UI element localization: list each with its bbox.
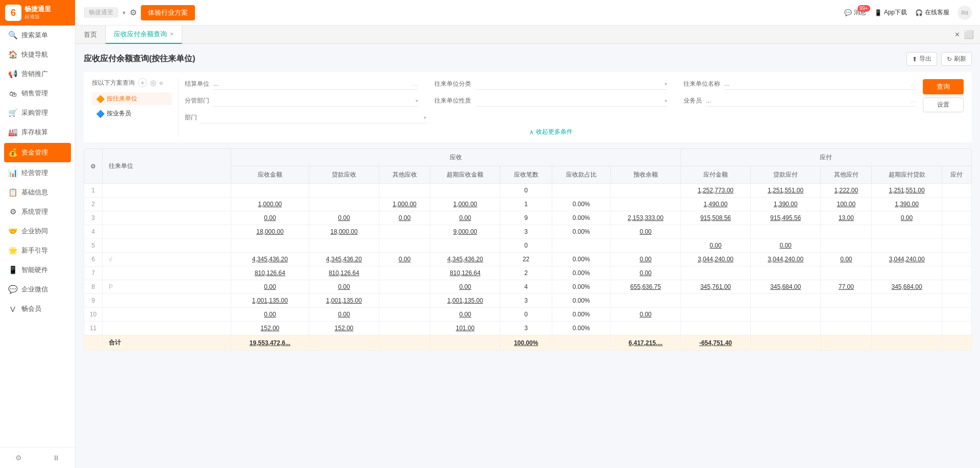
row-ap-overdue[interactable]: 1,251,551.00 [872, 184, 942, 198]
row-ap-other[interactable] [821, 294, 872, 308]
sidebar-collapse-btn[interactable]: ⏸ [48, 452, 64, 464]
row-ap-other[interactable] [821, 266, 872, 280]
row-ap-amount[interactable] [680, 225, 750, 239]
row-ap-amount[interactable]: 1,490.00 [680, 198, 750, 211]
row-ar-other[interactable] [379, 184, 430, 198]
row-ap-amount[interactable]: 915,508.56 [680, 211, 750, 225]
sidebar-item-sales[interactable]: 🛍 销售管理 [0, 84, 75, 103]
row-ar-overdue[interactable]: 4,345,436.20 [430, 253, 500, 266]
row-ap-other[interactable]: 100.00 [821, 198, 872, 211]
sidebar-item-search[interactable]: 🔍 搜索菜单 [0, 26, 75, 45]
trial-btn[interactable]: 体验行业方案 [141, 5, 195, 20]
field-fenguan-input[interactable] [213, 97, 415, 104]
sidebar-item-marketing[interactable]: 📢 营销推广 [0, 64, 75, 84]
row-ap-overdue[interactable] [872, 308, 942, 322]
row-ar-amount[interactable]: 810,126.64 [231, 266, 309, 280]
row-ap-amount[interactable]: 1,252,773.00 [680, 184, 750, 198]
row-ap-other[interactable]: 13.00 [821, 211, 872, 225]
scheme-by-partner[interactable]: 🔶 按往来单位 [92, 92, 172, 105]
sidebar-item-inventory[interactable]: 🏭 库存核算 [0, 122, 75, 142]
refresh-btn[interactable]: ↻ 刷新 [941, 52, 972, 66]
row-ar-loan[interactable]: 18,000.00 [309, 225, 379, 239]
row-ar-loan[interactable]: 0.00 [309, 280, 379, 294]
row-ar-other[interactable] [379, 294, 430, 308]
row-ap-other[interactable]: 1,222.00 [821, 184, 872, 198]
tab-home[interactable]: 首页 [76, 26, 106, 44]
th-settings[interactable]: ⚙ [84, 149, 103, 184]
row-ap-loan[interactable]: 915,495.56 [751, 211, 821, 225]
row-ap-overdue[interactable] [872, 266, 942, 280]
field-jiesuan-input[interactable] [213, 80, 412, 87]
tab-ar-query[interactable]: 应收应付余额查询 × [106, 26, 182, 44]
row-ar-loan[interactable] [309, 184, 379, 198]
row-ar-other[interactable]: 0.00 [379, 253, 430, 266]
row-ar-amount[interactable] [231, 239, 309, 253]
row-ar-other[interactable] [379, 266, 430, 280]
row-ar-amount[interactable]: 0.00 [231, 211, 309, 225]
row-ap-loan[interactable] [751, 225, 821, 239]
row-ap-loan[interactable] [751, 322, 821, 335]
header-notice[interactable]: 💬 消息 99+ [844, 8, 866, 17]
row-ap-overdue[interactable] [872, 225, 942, 239]
row-ar-advance[interactable] [610, 294, 680, 308]
user-avatar[interactable]: Rit [958, 6, 972, 20]
row-ap-amount[interactable] [680, 266, 750, 280]
field-wanglai-mingcheng-input[interactable] [724, 80, 911, 87]
query-btn[interactable]: 查询 [923, 79, 964, 94]
row-ar-overdue[interactable]: 1,000.00 [430, 198, 500, 211]
total-ap-amount[interactable]: -654,751.40 [680, 335, 750, 351]
row-ap-loan[interactable]: 3,044,240.00 [751, 253, 821, 266]
row-ar-loan[interactable] [309, 239, 379, 253]
field-wanglai-fenlei-input[interactable] [475, 80, 665, 87]
row-ar-overdue[interactable]: 0.00 [430, 211, 500, 225]
row-ar-other[interactable]: 1,000.00 [379, 198, 430, 211]
row-ar-amount[interactable]: 1,000.00 [231, 198, 309, 211]
row-ar-advance[interactable] [610, 239, 680, 253]
row-ar-overdue[interactable]: 101.00 [430, 322, 500, 335]
online-service[interactable]: 🎧 在线客服 [915, 8, 949, 17]
sidebar-item-base[interactable]: 📋 基础信息 [0, 183, 75, 202]
row-ar-advance[interactable] [610, 198, 680, 211]
row-ar-advance[interactable]: 2,153,333.00 [610, 211, 680, 225]
row-ap-other[interactable] [821, 308, 872, 322]
row-ap-other[interactable] [821, 322, 872, 335]
row-ap-amount[interactable] [680, 294, 750, 308]
sidebar-item-member[interactable]: V 畅会员 [0, 299, 75, 318]
row-ap-overdue[interactable] [872, 322, 942, 335]
row-ap-overdue[interactable]: 1,390.00 [872, 198, 942, 211]
sidebar-item-quicknav[interactable]: 🏠 快捷导航 [0, 45, 75, 64]
row-ar-amount[interactable]: 4,345,436.20 [231, 253, 309, 266]
tab-close-btn[interactable]: × [170, 31, 174, 38]
row-ar-loan[interactable]: 810,126.64 [309, 266, 379, 280]
row-ar-loan[interactable]: 1,001,135.00 [309, 294, 379, 308]
filter-add-btn[interactable]: + [138, 78, 147, 87]
sidebar-item-hardware[interactable]: 📱 智能硬件 [0, 260, 75, 280]
sidebar-item-collab[interactable]: 🤝 企业协同 [0, 221, 75, 241]
field-wanglai-xingzhi-input[interactable] [475, 97, 665, 104]
row-ap-loan[interactable] [751, 294, 821, 308]
window-close-btn[interactable]: × [955, 30, 960, 39]
row-ar-advance[interactable] [610, 322, 680, 335]
row-ap-amount[interactable]: 0.00 [680, 239, 750, 253]
row-ar-amount[interactable]: 0.00 [231, 280, 309, 294]
row-ar-advance[interactable]: 0.00 [610, 308, 680, 322]
row-ap-loan[interactable] [751, 308, 821, 322]
row-ar-other[interactable]: 0.00 [379, 211, 430, 225]
row-ar-advance[interactable]: 655,636.75 [610, 280, 680, 294]
row-ar-amount[interactable]: 0.00 [231, 308, 309, 322]
row-ar-overdue[interactable]: 0.00 [430, 280, 500, 294]
sidebar-item-finance[interactable]: 💰 资金管理 [4, 143, 71, 162]
row-ar-loan[interactable] [309, 198, 379, 211]
row-ap-overdue[interactable]: 0.00 [872, 211, 942, 225]
window-maximize-btn[interactable]: ⬜ [964, 30, 974, 39]
app-download[interactable]: 📱 App下载 [874, 8, 907, 17]
row-ap-amount[interactable]: 345,761.00 [680, 280, 750, 294]
field-yewuyuan-input[interactable] [706, 97, 911, 104]
row-ar-overdue[interactable] [430, 239, 500, 253]
row-ar-overdue[interactable]: 1,001,135.00 [430, 294, 500, 308]
row-ap-loan[interactable]: 345,684.00 [751, 280, 821, 294]
row-ap-loan[interactable]: 1,390.00 [751, 198, 821, 211]
row-ar-overdue[interactable]: 9,000.00 [430, 225, 500, 239]
row-ap-amount[interactable] [680, 322, 750, 335]
row-ar-advance[interactable]: 0.00 [610, 253, 680, 266]
